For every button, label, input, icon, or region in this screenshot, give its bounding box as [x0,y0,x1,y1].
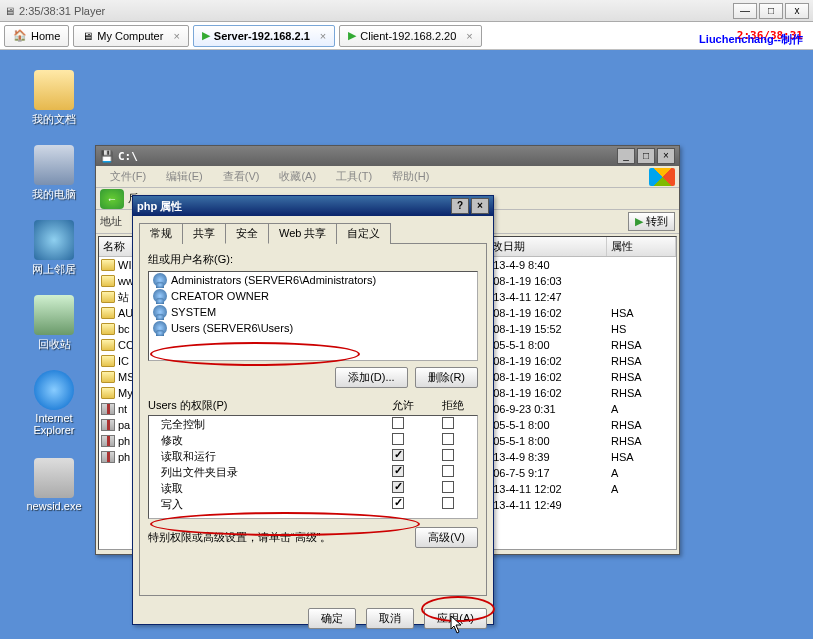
file-date: 2013-4-9 8:39 [477,451,607,463]
maximize-button[interactable]: □ [759,3,783,19]
icon-documents[interactable]: 我的文档 [18,70,90,127]
icon-label: 回收站 [18,337,90,352]
menu-edit[interactable]: 编辑(E) [158,167,211,186]
file-name: pa [118,419,130,431]
tab-sharing[interactable]: 共享 [182,223,226,244]
user-list[interactable]: Administrators (SERVER6\Administrators) … [148,271,478,361]
ok-button[interactable]: 确定 [308,608,356,629]
archive-icon [101,451,115,463]
file-date: 2005-5-1 8:00 [477,339,607,351]
deny-checkbox[interactable] [442,417,454,429]
tab-websharing[interactable]: Web 共享 [268,223,337,244]
allow-header: 允许 [378,398,428,413]
icon-mycomputer[interactable]: 我的电脑 [18,145,90,202]
user-item[interactable]: Administrators (SERVER6\Administrators) [149,272,477,288]
dialog-titlebar[interactable]: php 属性 ? × [133,196,493,216]
tab-home[interactable]: 🏠 Home [4,25,69,47]
deny-checkbox[interactable] [442,465,454,477]
menu-favorites[interactable]: 收藏(A) [271,167,324,186]
file-row[interactable]: 2006-9-23 0:31A [477,401,676,417]
file-date: 2013-4-11 12:49 [477,499,607,511]
file-name: 站 [118,290,129,305]
close-button[interactable]: x [785,3,809,19]
allow-checkbox[interactable] [392,481,404,493]
allow-checkbox[interactable] [392,417,404,429]
column-header-attr[interactable]: 属性 [607,237,676,256]
tab-server[interactable]: ▶ Server-192.168.2.1 × [193,25,335,47]
icon-network[interactable]: 网上邻居 [18,220,90,277]
advanced-button[interactable]: 高级(V) [415,527,478,548]
maximize-button[interactable]: □ [637,148,655,164]
cancel-button[interactable]: 取消 [366,608,414,629]
deny-checkbox[interactable] [442,449,454,461]
archive-icon [101,403,115,415]
tab-mycomputer[interactable]: 🖥 My Computer × [73,25,188,47]
close-button[interactable]: × [471,198,489,214]
menu-help[interactable]: 帮助(H) [384,167,437,186]
file-row[interactable]: 2013-4-11 12:47 [477,289,676,305]
allow-checkbox[interactable] [392,433,404,445]
tab-label: My Computer [97,30,163,42]
back-button[interactable]: ← [100,189,124,209]
folder-icon [101,307,115,319]
add-button[interactable]: 添加(D)... [335,367,407,388]
file-attr: RHSA [607,355,642,367]
deny-checkbox[interactable] [442,497,454,509]
file-row[interactable]: 2013-4-9 8:40 [477,257,676,273]
tab-security[interactable]: 安全 [225,223,269,244]
menu-tools[interactable]: 工具(T) [328,167,380,186]
file-row[interactable]: 2008-1-19 16:02RHSA [477,353,676,369]
file-row[interactable]: 2013-4-11 12:49 [477,497,676,513]
file-row[interactable]: 2005-5-1 8:00RHSA [477,337,676,353]
tab-label: Server-192.168.2.1 [214,30,310,42]
icon-newsid[interactable]: newsid.exe [18,458,90,512]
file-attr: HSA [607,307,634,319]
help-button[interactable]: ? [451,198,469,214]
icon-ie[interactable]: Internet Explorer [18,370,90,436]
file-row[interactable]: 2013-4-9 8:39HSA [477,449,676,465]
file-row[interactable]: 2008-1-19 16:03 [477,273,676,289]
tab-client[interactable]: ▶ Client-192.168.2.20 × [339,25,481,47]
close-icon[interactable]: × [466,30,472,42]
icon-label: 我的文档 [18,112,90,127]
close-button[interactable]: × [657,148,675,164]
menu-file[interactable]: 文件(F) [102,167,154,186]
file-row[interactable]: 2008-1-19 16:02RHSA [477,385,676,401]
tab-customize[interactable]: 自定义 [336,223,391,244]
user-item[interactable]: SYSTEM [149,304,477,320]
allow-checkbox[interactable] [392,465,404,477]
go-button[interactable]: ▶ 转到 [628,212,675,231]
file-row[interactable]: 2005-5-1 8:00RHSA [477,433,676,449]
close-icon[interactable]: × [173,30,179,42]
windows-flag-icon [649,168,675,186]
permission-label: 写入 [161,497,373,512]
dialog-footer: 确定 取消 应用(A) [133,602,493,635]
minimize-button[interactable]: _ [617,148,635,164]
minimize-button[interactable]: — [733,3,757,19]
archive-icon [101,435,115,447]
column-header-date[interactable]: 修改日期 [477,237,607,256]
file-date: 2013-4-9 8:40 [477,259,607,271]
deny-checkbox[interactable] [442,481,454,493]
file-row[interactable]: 2008-1-19 16:02RHSA [477,369,676,385]
close-icon[interactable]: × [320,30,326,42]
file-row[interactable]: 2008-1-19 15:52HS [477,321,676,337]
explorer-titlebar[interactable]: 💾 C:\ _ □ × [96,146,679,166]
remove-button[interactable]: 删除(R) [415,367,478,388]
file-row[interactable]: 2006-7-5 9:17A [477,465,676,481]
file-row[interactable]: 2005-5-1 8:00RHSA [477,417,676,433]
tab-general[interactable]: 常规 [139,223,183,244]
allow-checkbox[interactable] [392,449,404,461]
deny-checkbox[interactable] [442,433,454,445]
user-name: Administrators (SERVER6\Administrators) [171,274,376,286]
allow-checkbox[interactable] [392,497,404,509]
app-icon: 🖥 [4,5,15,17]
app-titlebar: 🖥 2:35/38:31 Player — □ x [0,0,813,22]
file-row[interactable]: 2013-4-11 12:02A [477,481,676,497]
icon-recyclebin[interactable]: 回收站 [18,295,90,352]
user-item[interactable]: CREATOR OWNER [149,288,477,304]
menu-view[interactable]: 查看(V) [215,167,268,186]
user-item[interactable]: Users (SERVER6\Users) [149,320,477,336]
file-row[interactable]: 2008-1-19 16:02HSA [477,305,676,321]
play-icon: ▶ [348,29,356,42]
